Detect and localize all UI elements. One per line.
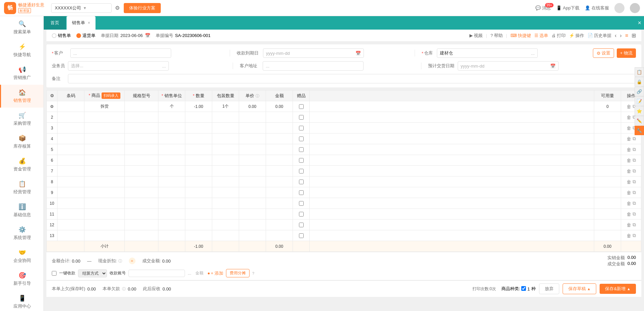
row-amount-1[interactable]: 0.00 <box>266 101 293 112</box>
table-row: 6🗑⧉ <box>47 155 641 166</box>
delete-icon-3[interactable]: 🗑 <box>627 125 631 131</box>
payment-account-input[interactable] <box>128 270 185 277</box>
tab-home[interactable]: 首页 <box>44 16 66 30</box>
settings-gear-icon[interactable]: ⚙ <box>115 5 120 11</box>
salesman-dots: ... <box>162 64 166 69</box>
sidebar-item-tutorial[interactable]: 🎯 新手引导 <box>0 268 43 290</box>
sidebar-item-sales[interactable]: 🏠 销售管理 <box>0 85 43 108</box>
col-settings-header[interactable]: ⚙ <box>47 90 58 101</box>
sidebar-item-purchase[interactable]: 🛒 采购管理 <box>0 108 43 130</box>
radio-sales-order[interactable]: 销售单 <box>52 33 71 39</box>
radio-return-order[interactable]: 退货单 <box>76 33 96 39</box>
row-price-1[interactable]: 0.00 <box>239 101 266 112</box>
avatar[interactable] <box>614 3 624 13</box>
one-click-checkbox[interactable] <box>52 271 56 276</box>
expected-date-input[interactable]: yyyy-mm-dd 📅 <box>458 61 559 71</box>
sidebar-item-basic-info[interactable]: ℹ️ 基础信息 <box>0 199 43 222</box>
col-price-header: 单价 ⓘ <box>239 90 266 101</box>
sidebar-item-finance[interactable]: 💰 资金管理 <box>0 153 43 176</box>
nav-prev-button[interactable]: ‹ <box>615 33 616 39</box>
expense-split-button[interactable]: 费用分摊 <box>226 269 250 277</box>
message-icon: 💬 <box>535 5 541 10</box>
add-payment-button[interactable]: ● + 添加 <box>207 270 223 276</box>
shortcut-button[interactable]: ⌨ 快捷键 <box>510 33 531 39</box>
right-tool-5[interactable]: ⭐ <box>635 106 644 116</box>
right-tool-4[interactable]: 📝 <box>635 96 644 106</box>
delete-icon-2[interactable]: 🗑 <box>627 115 631 120</box>
row-settings-1[interactable]: ⚙ <box>47 101 58 112</box>
online-service-button[interactable]: 👤 在线客服 <box>585 5 609 11</box>
expected-calendar-icon[interactable]: 📅 <box>550 64 556 69</box>
sidebar-item-marketing[interactable]: 📢 营销推广 <box>0 62 43 85</box>
abandon-button[interactable]: 放弃 <box>539 283 559 294</box>
window-close-button[interactable]: × <box>638 20 641 27</box>
expense-info-icon[interactable]: ? <box>252 271 254 275</box>
service-icon: 👤 <box>585 5 590 10</box>
keyboard-icon: ⌨ <box>510 33 517 38</box>
customer-addr-group: 客户地址 ... <box>240 61 414 71</box>
select-order-button[interactable]: ☰ 选单 <box>534 33 548 39</box>
gift-checkbox-1[interactable] <box>299 104 304 109</box>
delete-icon-1[interactable]: 🗑 <box>627 104 631 109</box>
video-button[interactable]: ▶ 视频 <box>469 33 483 39</box>
sidebar-item-collaboration[interactable]: 🤝 企业协同 <box>0 245 43 268</box>
discount-info-icon[interactable]: ⓘ <box>118 259 122 264</box>
sidebar-item-quicknav[interactable]: ⚡ 快捷导航 <box>0 39 43 62</box>
warehouse-input[interactable]: 建材仓 ... <box>437 48 538 58</box>
row-product-2[interactable] <box>84 112 125 123</box>
print-button[interactable]: 🖨 打印 <box>552 33 566 39</box>
sidebar-item-system[interactable]: ⚙️ 系统管理 <box>0 222 43 245</box>
right-tool-3[interactable]: 🔗 <box>635 87 644 96</box>
layout-list-icon[interactable]: ≡ <box>625 33 628 39</box>
payment-method-select[interactable]: 结算方式 <box>78 269 107 277</box>
scan-button[interactable]: 扫码录入 <box>102 92 120 99</box>
app-download-button[interactable]: 📱 App下载 <box>556 5 579 11</box>
sidebar-item-search[interactable]: 🔍 搜索菜单 <box>0 16 43 39</box>
total-owed-info-icon[interactable]: ⓘ <box>122 286 126 291</box>
row-barcode-1[interactable] <box>58 101 84 112</box>
row-product-1[interactable]: 拆货 <box>84 101 125 112</box>
receive-calendar-icon[interactable]: 📅 <box>355 51 361 56</box>
calendar-icon[interactable]: 📅 <box>145 33 150 38</box>
right-tool-7[interactable]: 🔧 <box>635 126 644 135</box>
row-unit-1[interactable]: 个 <box>158 101 185 112</box>
operation-button[interactable]: ⚡ 操作 <box>569 33 584 39</box>
right-tool-1[interactable]: 📋 <box>635 67 644 77</box>
settings-button[interactable]: ⚙ 设置 <box>593 48 614 58</box>
save-draft-button[interactable]: 保存草稿 ▲ <box>563 283 597 294</box>
account-dots[interactable]: ... <box>188 271 191 276</box>
customer-addr-input[interactable]: ... <box>263 61 364 71</box>
sidebar-item-inventory[interactable]: 📦 库存核算 <box>0 130 43 153</box>
logistics-button[interactable]: + 物流 <box>617 48 636 58</box>
tab-sales-order[interactable]: 销售单 × <box>67 16 96 30</box>
nav-next-button[interactable]: › <box>620 33 621 39</box>
row-gift-1[interactable] <box>293 101 310 112</box>
document-type-radio: 销售单 退货单 <box>52 33 96 39</box>
row-spec-1[interactable] <box>125 101 158 112</box>
price-info-icon[interactable]: ⓘ <box>256 94 259 98</box>
row-pkg-1[interactable]: 1个 <box>212 101 239 112</box>
equal-button[interactable]: = <box>129 258 136 264</box>
sidebar-item-management[interactable]: 📋 经营管理 <box>0 176 43 199</box>
salesman-input[interactable]: 选择... ... <box>68 61 169 71</box>
gift-checkbox-3[interactable] <box>299 126 304 130</box>
receive-date-input[interactable]: yyyy-mm-dd 📅 <box>263 48 364 58</box>
row-qty-1[interactable]: -1.00 <box>185 101 212 112</box>
history-order-button[interactable]: 📄 历史单据 <box>588 33 611 39</box>
help-button[interactable]: ? 帮助 <box>490 33 502 39</box>
layout-grid-icon[interactable]: ⊞ <box>632 32 636 39</box>
remark-input[interactable] <box>68 74 636 83</box>
gift-checkbox-2[interactable] <box>299 115 304 120</box>
row-barcode-2[interactable] <box>58 112 84 123</box>
company-selector[interactable]: XXXXXX公司 ▾ <box>51 3 112 13</box>
customer-input[interactable]: ... <box>70 48 171 58</box>
trial-button[interactable]: 体验行业方案 <box>124 3 161 13</box>
right-tool-2[interactable]: 🔒 <box>635 77 644 86</box>
table-settings-icon[interactable]: ⚙ <box>50 93 54 98</box>
tab-close-icon[interactable]: × <box>88 21 90 25</box>
sidebar-item-appstore[interactable]: 📱 应用中心 <box>0 290 43 311</box>
right-tool-6[interactable]: ✏️ <box>635 116 644 125</box>
message-button[interactable]: 💬 消息 99+ <box>535 5 551 11</box>
avatar-placeholder <box>630 3 640 13</box>
save-new-button[interactable]: 保存&新增 ▲ <box>600 284 636 294</box>
